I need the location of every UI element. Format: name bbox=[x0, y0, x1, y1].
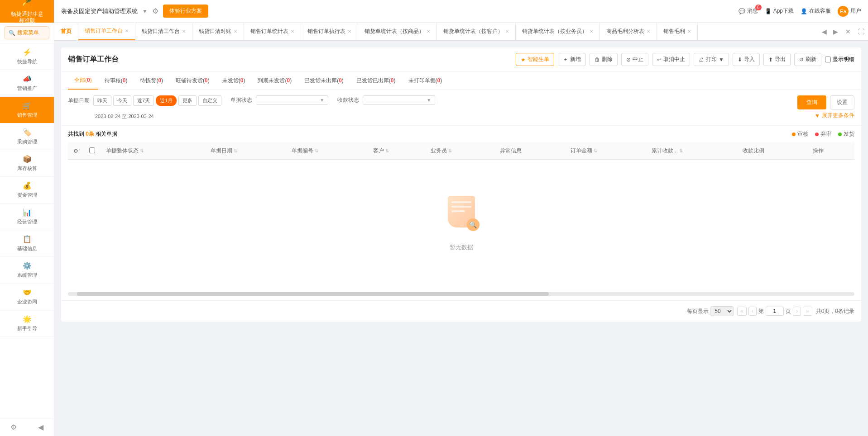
sub-tab-unprinted[interactable]: 未打印单据(0) bbox=[402, 72, 449, 89]
expand-filter-button[interactable]: ▼ 展开更多条件 bbox=[815, 112, 854, 119]
refresh-button[interactable]: ↺ 刷新 bbox=[794, 53, 821, 66]
sub-tab-shipped-out[interactable]: 已发货已出库(0) bbox=[350, 72, 402, 89]
tab-home[interactable]: 首页 bbox=[54, 23, 78, 40]
online-service-button[interactable]: 👤 在线客服 bbox=[801, 7, 831, 15]
gear-icon[interactable]: ⚙ bbox=[152, 7, 158, 15]
close-tab-sales-stat-icon[interactable]: ✕ bbox=[291, 29, 294, 34]
scrollbar-thumb[interactable] bbox=[77, 292, 549, 296]
close-tab-sales-more-icon[interactable]: ✕ bbox=[687, 29, 691, 34]
close-tab-gross-margin-icon[interactable]: ✕ bbox=[647, 29, 650, 34]
table-col-collected[interactable]: 累计收款...⇅ bbox=[646, 142, 737, 160]
print-button[interactable]: 🖨 打印 ▼ bbox=[694, 53, 729, 66]
sidebar-item-finance[interactable]: 💰资金管理 bbox=[0, 177, 54, 204]
close-tab-cash-daily-icon[interactable]: ✕ bbox=[182, 29, 186, 34]
sidebar-item-system[interactable]: ⚙️系统管理 bbox=[0, 257, 54, 284]
sort-staff[interactable]: 业务员⇅ bbox=[431, 147, 489, 155]
sidebar-item-guide[interactable]: 🌟新手引导 bbox=[0, 310, 54, 337]
close-tab-sales-exec-icon[interactable]: ✕ bbox=[348, 29, 351, 34]
show-detail-toggle[interactable]: 显示明细 bbox=[825, 56, 854, 63]
sub-tab-overdue-unshipped[interactable]: 到期未发货(0) bbox=[251, 72, 298, 89]
sort-date[interactable]: 单据日期⇅ bbox=[211, 147, 281, 155]
sort-customer[interactable]: 客户⇅ bbox=[373, 147, 420, 155]
stop-button[interactable]: ⊘ 中止 bbox=[621, 53, 648, 66]
last-page-button[interactable]: » bbox=[803, 307, 812, 316]
page-number-input[interactable] bbox=[766, 307, 784, 316]
review-button[interactable]: 审核 bbox=[792, 130, 808, 138]
sort-number[interactable]: 单据编号⇅ bbox=[292, 147, 362, 155]
sidebar-item-purchase[interactable]: 🏷️采购管理 bbox=[0, 123, 54, 150]
tab-sales-stat[interactable]: 销售订单统计表✕ bbox=[244, 23, 301, 40]
dropdown-arrow-icon[interactable]: ▼ bbox=[142, 8, 148, 14]
select-all-checkbox[interactable] bbox=[89, 147, 95, 153]
message-button[interactable]: 💬 6 消息 bbox=[739, 7, 758, 15]
date-btn-自定义[interactable]: 自定义 bbox=[198, 95, 221, 106]
first-page-button[interactable]: « bbox=[737, 307, 747, 316]
app-download-button[interactable]: 📱 App下载 bbox=[765, 7, 794, 15]
date-btn-更多[interactable]: 更多 bbox=[178, 95, 197, 106]
prev-page-button[interactable]: ‹ bbox=[748, 307, 757, 316]
table-col-date[interactable]: 单据日期⇅ bbox=[205, 142, 286, 160]
app-logo[interactable]: 🍊 畅捷通好生意标准版 bbox=[0, 0, 54, 23]
tab-sales-stat-customer[interactable]: 销货单统计表（按客户）✕ bbox=[437, 23, 516, 40]
tab-close-all-icon[interactable]: ✕ bbox=[842, 24, 854, 39]
page-size-select[interactable]: 102050100 bbox=[710, 306, 734, 316]
sub-tab-wangpu-ship[interactable]: 旺铺待发货(0) bbox=[169, 72, 216, 89]
date-btn-今天[interactable]: 今天 bbox=[113, 95, 131, 106]
tab-sales-stat-product[interactable]: 销货单统计表（按商品）✕ bbox=[358, 23, 437, 40]
tab-cash-daily[interactable]: 钱货日清工作台✕ bbox=[135, 23, 192, 40]
trial-button[interactable]: 体验行业方案 bbox=[163, 5, 208, 18]
sidebar-item-operation[interactable]: 📊经营管理 bbox=[0, 204, 54, 230]
smart-create-button[interactable]: ★ 智能生单 bbox=[516, 53, 554, 66]
table-col-amount[interactable]: 订单金额⇅ bbox=[565, 142, 646, 160]
query-button[interactable]: 查询 bbox=[797, 95, 826, 109]
add-button[interactable]: ＋ 新增 bbox=[558, 53, 586, 66]
date-btn-昨天[interactable]: 昨天 bbox=[93, 95, 111, 106]
sidebar-item-enterprise[interactable]: 🤝企业协同 bbox=[0, 284, 54, 310]
close-tab-sales-stat-staff-icon[interactable]: ✕ bbox=[590, 29, 593, 34]
table-checkbox-col[interactable] bbox=[84, 142, 101, 160]
tab-scroll-right-icon[interactable]: ▶ bbox=[830, 24, 842, 39]
next-page-button[interactable]: › bbox=[793, 307, 801, 316]
status-select[interactable]: ▼ bbox=[256, 95, 328, 105]
sub-tab-unshipped[interactable]: 未发货(0) bbox=[216, 72, 252, 89]
sidebar-item-inventory[interactable]: 📦库存核算 bbox=[0, 150, 54, 177]
table-col-customer[interactable]: 客户⇅ bbox=[368, 142, 425, 160]
date-btn-近1月[interactable]: 近1月 bbox=[156, 95, 177, 106]
sort-amount[interactable]: 订单金额⇅ bbox=[571, 147, 641, 155]
setting-button[interactable]: 设置 bbox=[830, 95, 854, 109]
sub-tab-all[interactable]: 全部(0) bbox=[68, 72, 98, 90]
collapse-icon[interactable]: ◀ bbox=[38, 423, 43, 431]
tab-sales-exec[interactable]: 销售订单执行表✕ bbox=[301, 23, 358, 40]
close-tab-sales-stat-product-icon[interactable]: ✕ bbox=[427, 29, 430, 34]
export-button[interactable]: ⬆ 导出 bbox=[763, 53, 791, 66]
table-col-staff[interactable]: 业务员⇅ bbox=[425, 142, 494, 160]
settings-icon[interactable]: ⚙ bbox=[10, 423, 17, 431]
show-detail-checkbox[interactable] bbox=[825, 57, 831, 62]
sidebar-item-marketing[interactable]: 📣营销推广 bbox=[0, 70, 54, 97]
close-tab-sales-order-icon[interactable]: ✕ bbox=[125, 28, 129, 33]
table-settings-col[interactable]: ⚙ bbox=[68, 142, 84, 160]
import-button[interactable]: ⬇ 导入 bbox=[733, 53, 760, 66]
tab-maximize-icon[interactable]: ⛶ bbox=[854, 24, 868, 39]
close-tab-cash-reconcile-icon[interactable]: ✕ bbox=[234, 29, 237, 34]
tab-scroll-left-icon[interactable]: ◀ bbox=[819, 28, 830, 35]
sub-tab-shipped-no-out[interactable]: 已发货未出库(0) bbox=[298, 72, 350, 89]
cancel-stop-button[interactable]: ↩ 取消中止 bbox=[652, 53, 690, 66]
delete-button[interactable]: 🗑 删除 bbox=[590, 53, 618, 66]
close-tab-sales-stat-customer-icon[interactable]: ✕ bbox=[505, 29, 509, 34]
payment-select[interactable]: ▼ bbox=[363, 95, 435, 105]
sidebar-item-quick-nav[interactable]: ⚡快捷导航 bbox=[0, 43, 54, 70]
date-btn-近7天[interactable]: 近7天 bbox=[133, 95, 154, 106]
search-menu-button[interactable]: 🔍 搜索菜单 bbox=[5, 26, 49, 39]
sort-status[interactable]: 单据整体状态⇅ bbox=[106, 147, 200, 155]
cancel-review-button[interactable]: 弃审 bbox=[815, 130, 831, 138]
user-menu[interactable]: Ea 用户 bbox=[838, 6, 861, 17]
tab-gross-margin[interactable]: 商品毛利分析表✕ bbox=[600, 23, 657, 40]
horizontal-scrollbar[interactable] bbox=[68, 292, 854, 296]
sidebar-item-sales[interactable]: 🛒销售管理 bbox=[0, 97, 54, 123]
tab-sales-more[interactable]: 销售毛利✕ bbox=[657, 23, 698, 40]
tab-sales-order[interactable]: 销售订单工作台✕ bbox=[78, 23, 135, 40]
ship-button[interactable]: 发货 bbox=[838, 130, 854, 138]
sidebar-item-basic[interactable]: 📋基础信息 bbox=[0, 230, 54, 257]
tab-cash-reconcile[interactable]: 钱货日清对账✕ bbox=[192, 23, 244, 40]
